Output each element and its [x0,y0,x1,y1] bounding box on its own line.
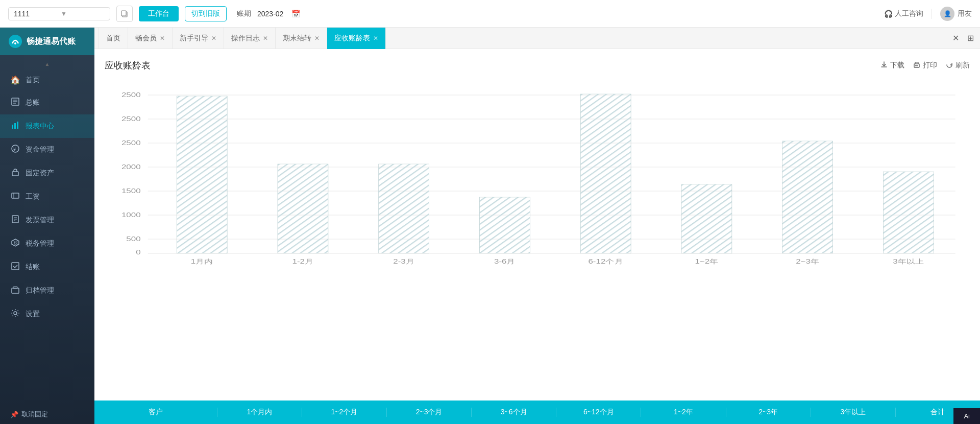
tab-guide-label: 新手引导 [180,34,208,43]
workbench-button[interactable]: 工作台 [139,6,179,21]
col-1-2month: 1~2个月 [302,408,387,417]
top-header: 1111 ▼ 工作台 切到旧版 账期 2023-02 📅 🎧 人工咨询 👤 用友 [0,0,980,28]
copy-button[interactable] [116,6,133,22]
download-label: 下载 [890,61,904,70]
tab-aging-label: 应收账龄表 [334,34,370,43]
tab-bar: 首页 畅会员 ✕ 新手引导 ✕ 操作日志 ✕ 期末结转 ✕ 应收账龄表 ✕ [94,28,980,49]
close-tabs-button[interactable]: ✕ [950,31,961,45]
tab-guide[interactable]: 新手引导 ✕ [173,28,224,49]
svg-text:1000: 1000 [121,211,141,218]
sidebar-item-archive[interactable]: 归档管理 [0,279,94,302]
svg-rect-22 [12,263,19,270]
svg-rect-46 [379,164,429,253]
tab-member-close[interactable]: ✕ [160,35,165,42]
download-icon [880,61,888,70]
sidebar-item-salary[interactable]: 工资 [0,185,94,208]
svg-text:1月内: 1月内 [191,258,213,265]
calendar-icon[interactable]: 📅 [291,10,300,18]
col-customer: 客户 [94,408,217,417]
col-1-2year: 1~2年 [641,408,726,417]
svg-text:2500: 2500 [121,139,141,146]
svg-rect-27 [915,65,918,66]
sidebar-item-funds-label: 资金管理 [26,145,54,154]
svg-rect-47 [480,197,530,253]
table-header: 客户 1个月内 1~2个月 2~3个月 3~6个月 6~12个月 1~2年 2~… [94,401,980,424]
page-title: 应收账龄表 [105,59,151,72]
refresh-icon [945,61,953,70]
tab-home-label: 首页 [106,34,120,43]
tab-aging[interactable]: 应收账龄表 ✕ [327,28,386,49]
col-1month: 1个月内 [217,408,302,417]
content-area: 首页 畅会员 ✕ 新手引导 ✕ 操作日志 ✕ 期末结转 ✕ 应收账龄表 ✕ [94,28,980,424]
copy-icon [120,10,129,18]
sidebar-item-checkout[interactable]: 结账 [0,255,94,279]
col-2-3year: 2~3年 [726,408,811,417]
svg-point-3 [14,42,16,44]
sidebar-item-assets[interactable]: 固定资产 [0,161,94,185]
chevron-down-icon: ▼ [61,10,105,17]
ai-badge[interactable]: Ai [953,408,980,424]
sidebar-item-home[interactable]: 🏠 首页 [0,69,94,91]
refresh-button[interactable]: 刷新 [945,61,970,70]
tax-icon: 税 [10,238,20,249]
download-button[interactable]: 下载 [880,61,904,70]
svg-text:2000: 2000 [121,163,141,170]
company-name: 1111 [14,10,58,18]
logo-icon [8,34,22,49]
assets-icon [10,168,20,179]
avatar-icon: 👤 [944,10,951,17]
sidebar-item-ledger-label: 总账 [26,98,40,107]
svg-rect-50 [782,141,833,253]
ledger-icon [10,97,20,108]
page-actions: 下载 打印 刷新 [880,61,970,70]
period-label: 账期 [237,9,251,18]
switch-version-button[interactable]: 切到旧版 [185,6,227,21]
consult-button[interactable]: 🎧 人工咨询 [884,9,923,18]
aging-chart: 2500 2500 2500 2000 1500 1000 500 0 [105,85,970,269]
svg-text:3-6月: 3-6月 [494,258,516,265]
sidebar-item-tax[interactable]: 税 税务管理 [0,232,94,255]
cancel-fixed-button[interactable]: 📌 取消固定 [0,405,94,424]
svg-text:税: 税 [14,241,18,245]
home-icon: 🏠 [10,75,20,85]
page-content: 应收账龄表 下载 打印 [94,49,980,401]
svg-rect-1 [121,11,126,16]
svg-text:3年以上: 3年以上 [893,258,924,265]
tab-period-end[interactable]: 期末结转 ✕ [276,28,327,49]
tab-period-end-close[interactable]: ✕ [314,35,320,42]
archive-icon [10,285,20,296]
sidebar-item-reports[interactable]: 报表中心 [0,114,94,138]
sidebar-item-settings[interactable]: 设置 [0,302,94,326]
avatar: 👤 [940,7,954,21]
tab-member[interactable]: 畅会员 ✕ [128,28,173,49]
print-icon [913,61,921,70]
tab-oplog-close[interactable]: ✕ [263,35,268,42]
reports-icon [10,121,20,132]
tab-oplog-label: 操作日志 [231,34,260,43]
sidebar-item-ledger[interactable]: 总账 [0,91,94,114]
tab-aging-close[interactable]: ✕ [373,35,378,42]
tab-bar-actions: ✕ ⊞ [950,31,976,45]
svg-text:1~2年: 1~2年 [695,258,718,265]
headset-icon: 🎧 [884,10,893,18]
sidebar-item-funds[interactable]: ¥ 资金管理 [0,138,94,161]
checkout-icon [10,262,20,273]
tab-home[interactable]: 首页 [99,28,128,49]
svg-rect-10 [17,122,18,129]
sidebar-item-invoice-label: 发票管理 [26,216,54,225]
tab-guide-close[interactable]: ✕ [211,35,216,42]
scroll-up-indicator: ▲ [0,59,94,69]
sidebar-item-invoice[interactable]: 发票管理 [0,208,94,232]
svg-text:¥: ¥ [13,147,16,152]
sidebar-item-settings-label: 设置 [26,310,40,319]
col-2-3month: 2~3个月 [387,408,472,417]
sidebar-nav: ▲ 🏠 首页 总账 报表中心 ¥ 资金管理 [0,55,94,405]
company-selector[interactable]: 1111 ▼ [8,7,110,20]
tab-oplog[interactable]: 操作日志 ✕ [224,28,276,49]
svg-rect-14 [12,193,19,198]
user-button[interactable]: 👤 用友 [940,7,972,21]
expand-button[interactable]: ⊞ [965,31,976,45]
app-name: 畅捷通易代账 [27,36,76,47]
print-button[interactable]: 打印 [913,61,937,70]
svg-text:2-3月: 2-3月 [393,258,414,265]
